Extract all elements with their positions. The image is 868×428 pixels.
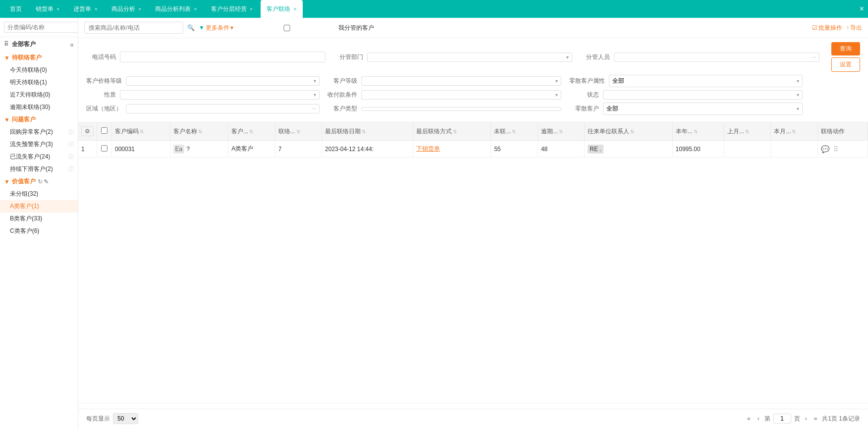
next-page-btn[interactable]: › [803, 415, 809, 422]
customer-type-select[interactable] [361, 107, 561, 111]
home-tab[interactable]: 首页 [4, 0, 28, 18]
gear-button[interactable]: ⚙ [81, 126, 94, 136]
prev-page-btn[interactable]: ‹ [756, 415, 761, 422]
close-icon[interactable]: × [94, 6, 97, 12]
edit-icon[interactable]: ✎ [44, 178, 49, 185]
page-total: 共1页 1条记录 [822, 415, 860, 423]
sidebar-item-class-a[interactable]: A类客户(1) [0, 200, 78, 213]
sidebar-item-churn-warning[interactable]: 流失预警客户(3) ⓘ [0, 138, 78, 151]
price-tier-select[interactable]: ▾ [126, 76, 320, 86]
sort-icon: ⇅ [249, 129, 253, 134]
retail-attr-select[interactable]: 全部 ▾ [609, 75, 803, 87]
retail-select[interactable]: 全部 ▾ [603, 103, 803, 115]
sidebar-item-churned[interactable]: 已流失客户(24) ⓘ [0, 151, 78, 163]
horizontal-scrollbar[interactable] [78, 403, 868, 409]
sidebar-search-input[interactable] [4, 22, 78, 33]
group-label: 待联络客户 [12, 54, 42, 62]
col-customer-type[interactable]: 客户... ⇅ [228, 122, 275, 141]
top-nav: 首页 销货单 × 进货单 × 商品分析 × 商品分析列表 × 客户分层经营 × … [0, 0, 868, 18]
region-select[interactable]: ··· [126, 104, 320, 113]
export-btn[interactable]: ↑ 导出 [846, 24, 862, 32]
field-payment: 收付款条件 ▾ [327, 90, 561, 100]
row-unit-contact: RE . [585, 141, 672, 158]
row-contact-count: 7 [275, 141, 322, 158]
sidebar-item-class-c[interactable]: C类客户(6) [0, 225, 78, 237]
sidebar-item-tomorrow[interactable]: 明天待联络(1) [0, 76, 78, 89]
sidebar-item-class-b[interactable]: B类客户(33) [0, 213, 78, 225]
sort-icon: ⇅ [694, 129, 698, 134]
sidebar-group-problem-label[interactable]: ▼ 问题客户 [0, 113, 78, 126]
last-page-btn[interactable]: » [812, 415, 819, 422]
sidebar-item-today[interactable]: 今天待联络(0) [0, 64, 78, 76]
nav-tab-customer-tier[interactable]: 客户分层经营 × [205, 0, 259, 18]
col-this-year[interactable]: 本年... ⇅ [672, 122, 724, 141]
batch-op-btn[interactable]: ☑ 批量操作 [812, 24, 842, 32]
refresh-icon[interactable]: ↻ [38, 178, 43, 185]
nature-select[interactable]: ▾ [120, 90, 320, 100]
message-action-icon[interactable]: 💬 [821, 145, 829, 153]
close-icon[interactable]: × [138, 6, 141, 12]
nav-tab-sales[interactable]: 销货单 × [30, 0, 65, 18]
sort-icon: ⇅ [362, 129, 366, 134]
col-code[interactable]: 客户编码 ⇅ [112, 122, 170, 141]
col-gear[interactable]: ⚙ [78, 122, 97, 141]
col-name[interactable]: 客户名称 ⇅ [170, 122, 228, 141]
sidebar-item-declining[interactable]: 持续下滑客户(2) ⓘ [0, 163, 78, 175]
chevron-down-icon: ▾ [566, 54, 569, 60]
close-icon[interactable]: × [293, 6, 296, 12]
status-select[interactable]: ▾ [603, 90, 803, 100]
table-container: ⚙ 客户编码 ⇅ 客户名称 [78, 122, 868, 403]
close-icon[interactable]: × [56, 6, 59, 12]
first-page-btn[interactable]: « [745, 415, 753, 422]
sidebar-group-value-label[interactable]: ▼ 价值客户 ↻ ✎ [0, 175, 78, 188]
collapse-icon[interactable]: « [70, 41, 74, 49]
setting-btn[interactable]: 设置 [831, 57, 860, 72]
sidebar-group-pending-label[interactable]: ▼ 待联络客户 [0, 52, 78, 64]
page-size-select[interactable]: 50 100 200 [113, 413, 138, 424]
col-not-contacted[interactable]: 未联... ⇅ [491, 122, 538, 141]
all-customers-header[interactable]: ⠿ 全部客户 « [0, 37, 78, 52]
dept-select[interactable]: ▾ [367, 53, 573, 62]
close-icon[interactable]: × [250, 6, 253, 12]
select-all-checkbox[interactable] [101, 127, 108, 134]
col-overdue[interactable]: 逾期... ⇅ [538, 122, 584, 141]
info-icon: ⓘ [68, 153, 74, 160]
last-method-link[interactable]: 下销货单 [416, 145, 440, 152]
manager-select[interactable]: ··· [614, 53, 819, 62]
sidebar-search-bar: 🔍 [0, 18, 78, 37]
page-num-input[interactable] [773, 414, 791, 424]
my-customer-checkbox[interactable]: 我分管的客户 [237, 24, 374, 32]
payment-select[interactable]: ▾ [361, 90, 561, 100]
query-btn[interactable]: 查询 [831, 42, 860, 55]
sidebar-item-ungrouped[interactable]: 未分组(32) [0, 188, 78, 200]
row-checkbox[interactable] [101, 145, 108, 152]
close-all-icon[interactable]: × [860, 4, 864, 13]
nav-tab-analysis[interactable]: 商品分析 × [106, 0, 147, 18]
close-icon[interactable]: × [194, 6, 197, 12]
info-icon: ⓘ [68, 141, 74, 148]
col-contact-count[interactable]: 联络... ⇅ [275, 122, 322, 141]
qr-action-icon[interactable]: ⠿ [833, 145, 838, 153]
col-this-month[interactable]: 本月... ⇅ [771, 122, 817, 141]
col-last-month[interactable]: 上月... ⇅ [724, 122, 771, 141]
customer-tier-select[interactable]: ▾ [361, 76, 561, 86]
col-last-method[interactable]: 最后联络方式 ⇅ [413, 122, 491, 141]
sidebar-item-repurchase[interactable]: 回购异常客户(2) ⓘ [0, 126, 78, 138]
col-unit-contact[interactable]: 往来单位联系人 ⇅ [585, 122, 672, 141]
search-input[interactable] [84, 22, 183, 34]
nav-tab-analysis-list[interactable]: 商品分析列表 × [149, 0, 203, 18]
filter-search-icon[interactable]: 🔍 [187, 24, 195, 31]
phone-input[interactable] [120, 52, 326, 62]
home-label: 首页 [10, 5, 22, 13]
nav-tab-customer-contact[interactable]: 客户联络 × [261, 0, 302, 18]
more-filter-btn[interactable]: ▼ 更多条件 ▾ [199, 24, 233, 32]
sidebar-item-7days[interactable]: 近7天待联络(0) [0, 89, 78, 101]
col-last-date[interactable]: 最后联络日期 ⇅ [322, 122, 413, 141]
advanced-filter: 电话号码 分管部门 ▾ 分管人员 ··· [78, 38, 868, 122]
my-customer-check[interactable] [237, 25, 336, 31]
sidebar-item-overdue[interactable]: 逾期未联络(30) [0, 101, 78, 113]
chevron-down-icon: ▾ [555, 92, 558, 98]
chevron-down-icon: ▾ [797, 78, 799, 84]
content-area: 🔍 ▼ 更多条件 ▾ 我分管的客户 ☑ 批量操作 ↑ 导出 [78, 18, 868, 428]
nav-tab-purchase[interactable]: 进货单 × [67, 0, 103, 18]
